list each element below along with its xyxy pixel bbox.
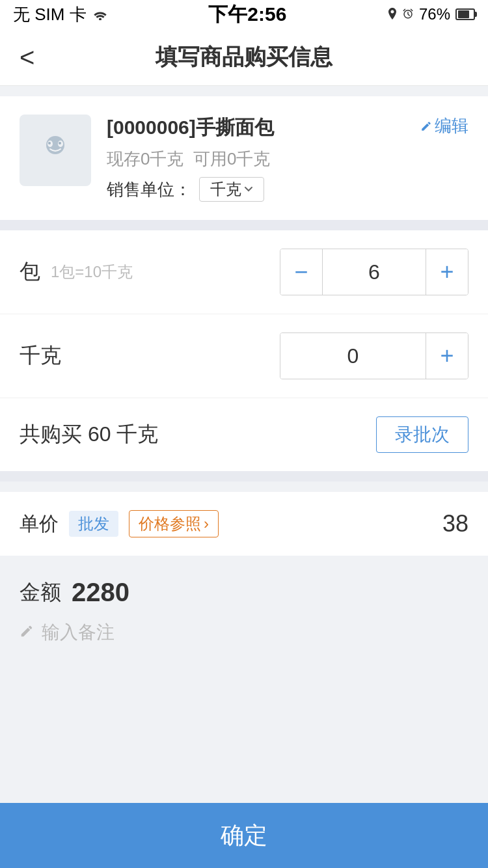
summary-text: 共购买 60 千克 (20, 420, 158, 449)
product-unit-row: 销售单位： 千克 (107, 177, 405, 202)
bao-hint: 1包=10千克 (51, 262, 133, 282)
carrier-text: 无 SIM 卡 (13, 3, 87, 26)
amount-section: 金额 2280 输入备注 (0, 556, 488, 660)
price-ref-button[interactable]: 价格参照 › (129, 510, 219, 537)
kg-controls: + (280, 332, 468, 379)
time-display: 下午2:56 (208, 1, 286, 28)
confirm-button[interactable]: 确定 (0, 803, 488, 868)
status-bar: 无 SIM 卡 下午2:56 76% (0, 0, 488, 29)
alarm-icon (402, 5, 414, 23)
bao-controls: − + (280, 249, 468, 295)
bao-row: 包 1包=10千克 − + (0, 230, 488, 314)
kg-label: 千克 (20, 342, 280, 370)
svg-point-5 (59, 142, 61, 144)
summary-row: 共购买 60 千克 录批次 (0, 398, 488, 471)
remark-row[interactable]: 输入备注 (20, 610, 468, 660)
amount-label: 金额 (20, 578, 61, 607)
unit-selector[interactable]: 千克 (199, 177, 264, 202)
edit-button[interactable]: 编辑 (420, 115, 468, 137)
divider-1 (0, 220, 488, 230)
status-left: 无 SIM 卡 (13, 3, 107, 26)
battery-percent: 76% (419, 5, 450, 23)
bao-label: 包 1包=10千克 (20, 258, 280, 286)
location-icon (388, 5, 397, 23)
page-spacer (0, 660, 488, 803)
bao-plus-button[interactable]: + (426, 249, 468, 295)
product-section: [0000006]手撕面包 现存0千克 可用0千克 销售单位： 千克 编辑 (0, 96, 488, 220)
price-ref-label: 价格参照 (139, 513, 201, 534)
wifi-icon (93, 5, 107, 25)
pencil-icon (20, 622, 34, 643)
svg-point-4 (48, 142, 51, 144)
nav-bar: < 填写商品购买信息 (0, 29, 488, 86)
battery-icon (455, 8, 475, 20)
amount-value: 2280 (72, 578, 129, 607)
product-name: [0000006]手撕面包 (107, 115, 405, 141)
price-value: 38 (442, 510, 468, 537)
kg-row: 千克 + (0, 314, 488, 398)
product-info: [0000006]手撕面包 现存0千克 可用0千克 销售单位： 千克 (107, 115, 405, 202)
bao-input-section: 包 1包=10千克 − + 千克 + (0, 230, 488, 398)
divider-2 (0, 471, 488, 481)
product-thumbnail (20, 115, 91, 186)
product-logo-icon (36, 131, 75, 170)
bao-input[interactable] (322, 249, 426, 295)
amount-row: 金额 2280 (20, 571, 468, 610)
price-ref-arrow: › (204, 515, 209, 533)
price-label: 单价 (20, 511, 59, 537)
remark-placeholder: 输入备注 (42, 620, 115, 645)
status-right: 76% (388, 5, 475, 23)
back-button[interactable]: < (20, 44, 34, 70)
kg-plus-button[interactable]: + (426, 333, 468, 379)
bao-minus-button[interactable]: − (280, 249, 322, 295)
product-stock: 现存0千克 可用0千克 (107, 148, 405, 170)
page-title: 填写商品购买信息 (156, 42, 332, 72)
price-type-tag: 批发 (69, 511, 118, 537)
batch-button[interactable]: 录批次 (376, 416, 468, 453)
price-section: 单价 批发 价格参照 › 38 (0, 492, 488, 556)
kg-input[interactable] (280, 333, 426, 379)
